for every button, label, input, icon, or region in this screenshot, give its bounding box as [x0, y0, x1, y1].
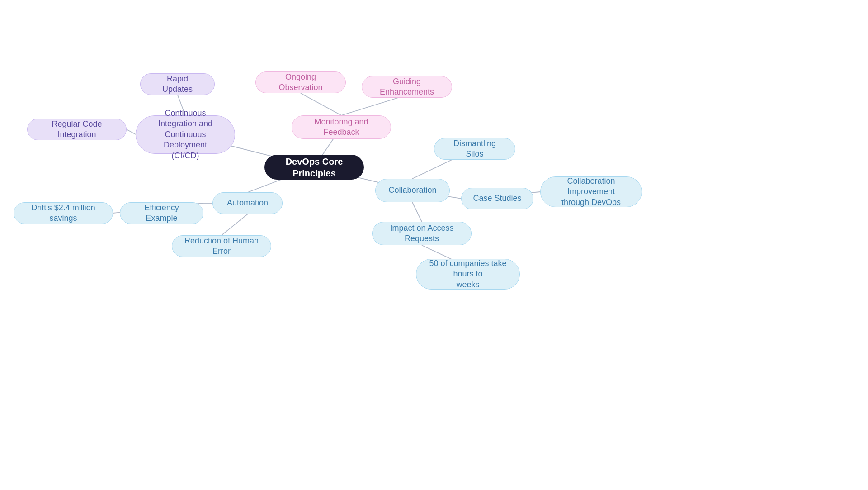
node-automation: Automation [212, 192, 283, 214]
node-collaboration: Collaboration [375, 179, 450, 202]
reduction-label: Reduction of Human Error [182, 236, 261, 257]
svg-line-5 [341, 95, 407, 115]
node-reduction: Reduction of Human Error [172, 235, 271, 257]
svg-line-9 [222, 214, 248, 235]
node-guiding: Guiding Enhancements [362, 76, 452, 98]
drift-label: Drift's $2.4 million savings [24, 203, 103, 224]
automation-label: Automation [227, 198, 268, 208]
node-fifty: 50 of companies take hours toweeks [416, 259, 520, 290]
ongoing-label: Ongoing Observation [266, 72, 335, 93]
collab-improve-label: Collaboration Improvementthrough DevOps [551, 176, 632, 208]
node-center: DevOps Core Principles [264, 155, 364, 180]
regular-code-label: Regular Code Integration [38, 119, 116, 140]
cicd-label: Continuous Integration andContinuous Dep… [146, 108, 225, 161]
center-label: DevOps Core Principles [274, 156, 354, 179]
svg-line-2 [127, 129, 136, 134]
node-drift: Drift's $2.4 million savings [14, 202, 113, 224]
collaboration-label: Collaboration [388, 185, 436, 195]
svg-line-14 [412, 202, 422, 222]
node-rapid-updates: Rapid Updates [140, 73, 215, 95]
node-case-studies: Case Studies [461, 188, 533, 209]
efficiency-label: Efficiency Example [130, 203, 193, 224]
svg-line-4 [301, 93, 341, 115]
node-monitoring: Monitoring and Feedback [292, 115, 391, 139]
node-impact: Impact on Access Requests [372, 222, 472, 245]
fifty-label: 50 of companies take hours toweeks [426, 258, 509, 290]
node-cicd: Continuous Integration andContinuous Dep… [136, 115, 235, 154]
case-studies-label: Case Studies [473, 193, 521, 204]
impact-label: Impact on Access Requests [382, 223, 461, 244]
dismantling-label: Dismantling Silos [444, 138, 505, 160]
rapid-updates-label: Rapid Updates [151, 74, 204, 95]
node-efficiency: Efficiency Example [120, 202, 203, 224]
node-dismantling: Dismantling Silos [434, 138, 515, 160]
node-collab-improve: Collaboration Improvementthrough DevOps [540, 176, 642, 207]
monitoring-label: Monitoring and Feedback [302, 117, 381, 138]
node-ongoing: Ongoing Observation [255, 71, 346, 93]
guiding-label: Guiding Enhancements [372, 76, 442, 98]
node-regular-code: Regular Code Integration [27, 119, 127, 140]
